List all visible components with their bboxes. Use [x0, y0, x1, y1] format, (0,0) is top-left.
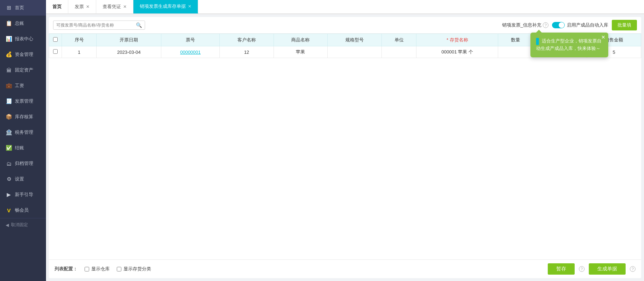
td-spec — [328, 46, 382, 58]
settings-icon: ⚙ — [6, 176, 12, 182]
th-spec: 规格型号 — [328, 34, 382, 46]
vip-icon: V — [6, 207, 12, 213]
th-date: 开票日期 — [97, 34, 161, 46]
tab-home[interactable]: 首页 — [46, 0, 68, 13]
tooltip-close-button[interactable]: ✕ — [601, 35, 605, 40]
row-checkbox[interactable] — [53, 49, 58, 54]
search-box[interactable]: 🔍 — [53, 21, 145, 30]
tab-view-voucher-close[interactable]: ✕ — [123, 4, 127, 9]
settlement-icon: ✅ — [6, 145, 12, 151]
td-date: 2023-03-04 — [97, 46, 161, 58]
sidebar-item-capital-management[interactable]: 💰 资金管理 — [0, 47, 46, 62]
show-inventory-category-item: 显示存货分类 — [117, 266, 151, 272]
select-all-checkbox[interactable] — [53, 37, 58, 42]
search-input[interactable] — [56, 23, 134, 28]
show-inventory-category-checkbox[interactable] — [117, 267, 121, 271]
td-number[interactable]: 00000001 — [161, 46, 220, 58]
sidebar-item-general-ledger[interactable]: 📋 总账 — [0, 16, 46, 31]
sidebar-item-inventory[interactable]: 📦 库存核算 — [0, 109, 46, 125]
save-help-icon[interactable]: ? — [579, 266, 585, 272]
auto-warehouse-toggle[interactable] — [552, 22, 565, 28]
generate-help-icon[interactable]: ? — [630, 266, 636, 272]
tax-icon: 🏦 — [6, 129, 12, 136]
main-area: 首页 发票 ✕ 查看凭证 ✕ 销项发票生成库存单据 ✕ 🔍 销项发票_信息补充 … — [46, 0, 644, 281]
sidebar-item-archive-management[interactable]: 🗂 归档管理 — [0, 156, 46, 171]
invoice-icon: 🧾 — [6, 98, 12, 104]
search-icon: 🔍 — [136, 22, 142, 28]
show-warehouse-item: 显示仓库 — [85, 266, 110, 272]
th-unit: 单位 — [381, 34, 416, 46]
toggle-knob — [559, 22, 564, 28]
generate-button[interactable]: 生成单据 — [589, 263, 626, 275]
tooltip-indicator — [536, 38, 539, 45]
home-icon: ⊞ — [6, 5, 12, 11]
payroll-icon: 💼 — [6, 82, 12, 89]
tab-invoice[interactable]: 发票 ✕ — [68, 0, 96, 13]
list-config-label: 列表配置： — [54, 266, 77, 272]
tab-sales-invoice[interactable]: 销项发票生成库存单据 ✕ — [133, 0, 198, 13]
sidebar: ⊞ 首页 📋 总账 📊 报表中心 💰 资金管理 🏛 固定资产 💼 工资 🧾 发票… — [0, 0, 46, 281]
td-seq: 1 — [62, 46, 97, 58]
toolbar: 🔍 销项发票_信息补充 ? 启用产成品自动入库 适合生产型企业，销项发票自动生成… — [49, 17, 641, 34]
th-checkbox — [49, 34, 62, 46]
th-product: 商品名称 — [274, 34, 328, 46]
sidebar-item-beginner-guide[interactable]: ▶ 新手引导 — [0, 187, 46, 202]
th-number: 票号 — [161, 34, 220, 46]
sidebar-item-settings[interactable]: ⚙ 设置 — [0, 171, 46, 187]
inventory-icon: 📦 — [6, 114, 12, 120]
sidebar-item-vip[interactable]: V 畅会员 — [0, 202, 46, 218]
sidebar-item-report-center[interactable]: 📊 报表中心 — [0, 31, 46, 47]
th-quantity: 数量 — [498, 34, 533, 46]
save-button[interactable]: 暂存 — [548, 263, 575, 275]
sidebar-item-home[interactable]: ⊞ 首页 — [0, 0, 46, 16]
assets-icon: 🏛 — [6, 67, 12, 73]
sidebar-item-fixed-assets[interactable]: 🏛 固定资产 — [0, 62, 46, 78]
pin-icon: ◀ — [6, 223, 9, 228]
capital-icon: 💰 — [6, 51, 12, 58]
sidebar-item-payroll[interactable]: 💼 工资 — [0, 78, 46, 93]
td-customer: 12 — [220, 46, 274, 58]
toggle-area: 启用产成品自动入库 适合生产型企业，销项发票自动生成产成品入库，快来体验～ ✕ — [552, 22, 608, 28]
content-area: 🔍 销项发票_信息补充 ? 启用产成品自动入库 适合生产型企业，销项发票自动生成… — [49, 17, 641, 278]
tab-bar: 首页 发票 ✕ 查看凭证 ✕ 销项发票生成库存单据 ✕ — [46, 0, 644, 14]
archive-icon: 🗂 — [6, 161, 12, 167]
td-product: 苹果 — [274, 46, 328, 58]
td-inventory: 000001 苹果 个 — [416, 46, 498, 58]
report-icon: 📊 — [6, 36, 12, 42]
th-customer: 客户名称 — [220, 34, 274, 46]
td-quantity — [498, 46, 533, 58]
batch-fill-button[interactable]: 批量填 — [612, 20, 637, 30]
sidebar-item-settlement[interactable]: ✅ 结账 — [0, 140, 46, 156]
show-warehouse-checkbox[interactable] — [85, 267, 89, 271]
info-label-area: 销项发票_信息补充 ? — [502, 22, 548, 28]
footer: 列表配置： 显示仓库 显示存货分类 暂存 ? 生成单据 ? — [49, 259, 641, 278]
th-inventory: * 存货名称 — [416, 34, 498, 46]
tooltip-popup: 适合生产型企业，销项发票自动生成产成品入库，快来体验～ ✕ — [530, 33, 608, 57]
td-checkbox — [49, 46, 62, 58]
tab-view-voucher[interactable]: 查看凭证 ✕ — [96, 0, 133, 13]
sidebar-item-invoice-management[interactable]: 🧾 发票管理 — [0, 93, 46, 109]
guide-icon: ▶ — [6, 191, 12, 198]
footer-buttons: 暂存 ? 生成单据 ? — [548, 263, 636, 275]
tab-sales-invoice-close[interactable]: ✕ — [188, 4, 191, 9]
th-seq: 序号 — [62, 34, 97, 46]
tab-invoice-close[interactable]: ✕ — [86, 4, 90, 9]
table-wrap: 序号 开票日期 票号 客户名称 商品名称 规格型号 单位 * 存货名称 数量 销… — [49, 34, 641, 259]
td-unit — [381, 46, 416, 58]
info-help-icon[interactable]: ? — [543, 22, 548, 28]
sidebar-pin-button[interactable]: ◀ 取消固定 — [0, 218, 46, 231]
sidebar-item-tax-management[interactable]: 🏦 税务管理 — [0, 125, 46, 140]
ledger-icon: 📋 — [6, 20, 12, 27]
